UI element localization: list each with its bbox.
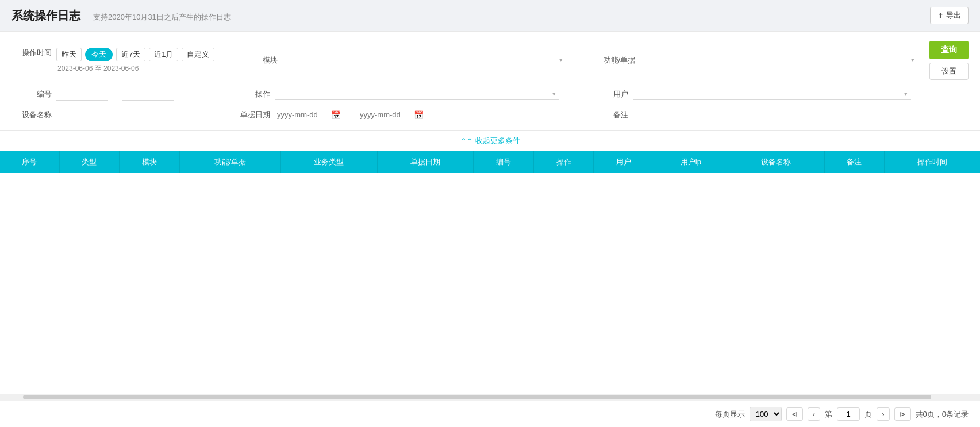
device-input[interactable]	[56, 109, 171, 121]
function-label: 功能/单据	[589, 55, 635, 66]
page-subtitle: 支持2020年10月31日之后产生的操作日志	[93, 12, 231, 22]
voucher-date-label: 单据日期	[230, 110, 270, 120]
time-btn-today[interactable]: 今天	[85, 48, 113, 61]
date-start-input[interactable]	[277, 110, 329, 119]
module-label: 模块	[237, 55, 278, 66]
time-btn-yesterday[interactable]: 昨天	[56, 48, 82, 61]
page-title: 系统操作日志	[11, 8, 80, 24]
date-end-wrap: 📅	[358, 109, 426, 121]
table-wrapper: 序号 类型 模块 功能/单据 业务类型 单据日期 编号 操作 用户 用户ip 设…	[0, 151, 980, 394]
time-range: 2023-06-06 至 2023-06-06	[57, 64, 214, 74]
col-remark: 备注	[824, 151, 884, 173]
action-buttons: 查询 设置	[929, 41, 969, 80]
scrollbar-area[interactable]	[0, 394, 980, 401]
function-select[interactable]: ▾	[640, 55, 918, 66]
next-page-button[interactable]: ›	[877, 407, 889, 421]
export-icon: ⬆	[937, 11, 944, 20]
per-page-label: 每页显示	[715, 409, 745, 420]
prev-page-button[interactable]: ‹	[808, 407, 820, 421]
remark-input[interactable]	[633, 109, 912, 121]
collapse-icon: ⌃⌃	[460, 137, 473, 145]
number-input-end[interactable]	[122, 88, 174, 101]
data-table: 序号 类型 模块 功能/单据 业务类型 单据日期 编号 操作 用户 用户ip 设…	[0, 151, 980, 173]
operation-label: 操作	[230, 89, 270, 99]
scrollbar-thumb[interactable]	[23, 395, 931, 399]
user-label: 用户	[582, 89, 628, 99]
collapse-button[interactable]: ⌃⌃ 收起更多条件	[460, 136, 520, 146]
per-page-select[interactable]: 100 50 200	[750, 407, 782, 421]
calendar-end-icon[interactable]: 📅	[414, 110, 424, 120]
pagination: 每页显示 100 50 200 ⊲ ‹ 第 页 › ⊳ 共0页，0条记录	[0, 401, 980, 427]
query-button[interactable]: 查询	[929, 41, 969, 59]
page-label: 第	[825, 409, 832, 420]
module-chevron-icon: ▾	[559, 56, 563, 64]
col-user: 用户	[594, 151, 654, 173]
operation-chevron-icon: ▾	[552, 90, 556, 98]
filter-row-2: 编号 — 操作 ▾ 用户 ▾	[11, 88, 969, 101]
time-filter: 昨天 今天 近7天 近1月 自定义 2023-06-06 至 2023-06-0…	[56, 48, 214, 74]
user-select[interactable]: ▾	[633, 89, 912, 100]
col-op-time: 操作时间	[884, 151, 980, 173]
col-module: 模块	[120, 151, 179, 173]
number-input-start[interactable]	[56, 88, 108, 101]
col-function: 功能/单据	[179, 151, 280, 173]
total-info: 共0页，0条记录	[916, 409, 969, 420]
operation-select[interactable]: ▾	[275, 89, 559, 100]
time-btn-7days[interactable]: 近7天	[116, 48, 145, 61]
col-user-ip: 用户ip	[654, 151, 728, 173]
module-select[interactable]: ▾	[282, 55, 566, 66]
col-index: 序号	[0, 151, 59, 173]
filter-area: 操作时间 昨天 今天 近7天 近1月 自定义 2023-06-06 至 2023…	[0, 31, 980, 131]
device-label: 设备名称	[11, 110, 52, 120]
calendar-start-icon[interactable]: 📅	[331, 110, 341, 120]
table-header-row: 序号 类型 模块 功能/单据 业务类型 单据日期 编号 操作 用户 用户ip 设…	[0, 151, 980, 173]
filter-row-1: 操作时间 昨天 今天 近7天 近1月 自定义 2023-06-06 至 2023…	[11, 41, 969, 80]
time-btn-1month[interactable]: 近1月	[149, 48, 178, 61]
col-type: 类型	[59, 151, 119, 173]
page-header: 系统操作日志 支持2020年10月31日之后产生的操作日志 ⬆ 导出	[0, 0, 980, 31]
number-label: 编号	[11, 89, 52, 99]
last-page-button[interactable]: ⊳	[894, 407, 911, 421]
page-number-input[interactable]	[837, 407, 860, 421]
date-start-wrap: 📅	[275, 109, 343, 121]
page-suffix: 页	[864, 409, 872, 420]
col-voucher-date: 单据日期	[377, 151, 474, 173]
date-end-input[interactable]	[360, 110, 412, 119]
time-btn-custom[interactable]: 自定义	[182, 48, 214, 61]
col-biz-type: 业务类型	[281, 151, 378, 173]
user-chevron-icon: ▾	[904, 90, 908, 98]
collapse-bar: ⌃⌃ 收起更多条件	[0, 131, 980, 151]
settings-button[interactable]: 设置	[929, 63, 969, 80]
col-number: 编号	[474, 151, 533, 173]
col-operation: 操作	[533, 151, 593, 173]
filter-row-3: 设备名称 单据日期 📅 — 📅 备注	[11, 109, 969, 121]
remark-label: 备注	[582, 110, 628, 120]
time-label: 操作时间	[11, 48, 52, 58]
function-chevron-icon: ▾	[911, 56, 914, 64]
export-button[interactable]: ⬆ 导出	[930, 7, 969, 24]
col-device: 设备名称	[728, 151, 824, 173]
first-page-button[interactable]: ⊲	[786, 407, 803, 421]
